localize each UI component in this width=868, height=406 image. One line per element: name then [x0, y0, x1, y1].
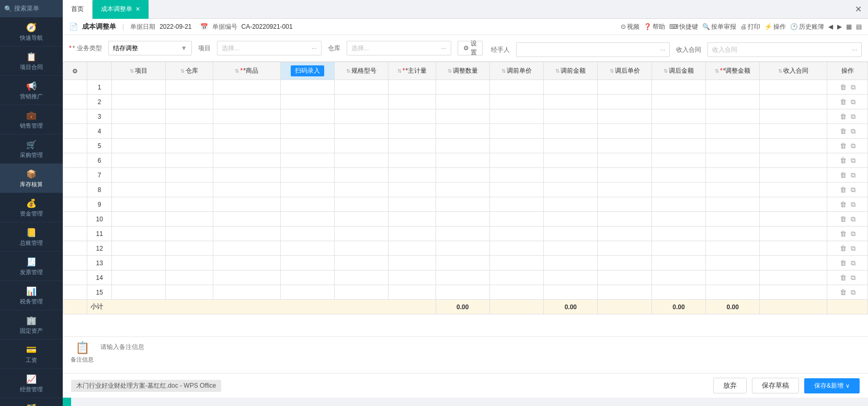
- sidebar-item-tax-mgmt[interactable]: 📊 税务管理: [0, 281, 63, 310]
- cell-9[interactable]: [598, 270, 652, 285]
- cell-8[interactable]: [544, 168, 598, 183]
- sidebar-item-ledger-mgmt[interactable]: 📒 总账管理: [0, 222, 63, 252]
- cell-1[interactable]: [166, 139, 213, 153]
- calendar-icon[interactable]: 📅: [200, 23, 208, 30]
- copy-row-button[interactable]: ⧉: [850, 83, 856, 92]
- cell-7[interactable]: [489, 124, 543, 139]
- cell-2[interactable]: [213, 109, 280, 124]
- delete-row-button[interactable]: 🗑: [839, 215, 848, 223]
- col-unit[interactable]: ⇅**主计量: [389, 62, 436, 80]
- cell-6[interactable]: [436, 168, 489, 183]
- nav-prev-btn[interactable]: ◀: [828, 23, 833, 30]
- cell-10[interactable]: [652, 153, 705, 168]
- cell-6[interactable]: [436, 95, 489, 109]
- cell-4[interactable]: [334, 241, 388, 256]
- handler-input[interactable]: ···: [516, 42, 670, 57]
- cell-9[interactable]: [598, 124, 652, 139]
- cell-6[interactable]: [436, 109, 489, 124]
- cell-11[interactable]: [706, 197, 760, 212]
- cell-9[interactable]: [598, 109, 652, 124]
- cell-12[interactable]: [760, 212, 827, 227]
- col-settings[interactable]: ⚙: [63, 62, 87, 80]
- cell-5[interactable]: [389, 139, 436, 153]
- cell-11[interactable]: [706, 285, 760, 300]
- cell-12[interactable]: [760, 183, 827, 197]
- cell-2[interactable]: [213, 241, 280, 256]
- cell-6[interactable]: [436, 241, 489, 256]
- copy-row-button[interactable]: ⧉: [850, 142, 856, 150]
- cell-8[interactable]: [544, 270, 598, 285]
- col-adj-amount[interactable]: ⇅**调整金额: [706, 62, 760, 80]
- view-btn[interactable]: ⊙ 视频: [621, 22, 639, 31]
- cell-6[interactable]: [436, 285, 489, 300]
- cell-3[interactable]: [280, 256, 334, 270]
- delete-row-button[interactable]: 🗑: [839, 274, 848, 282]
- cell-7[interactable]: [489, 153, 543, 168]
- cell-3[interactable]: [280, 168, 334, 183]
- save-new-button[interactable]: 保存&新增 ∨: [804, 378, 860, 393]
- cell-11[interactable]: [706, 153, 760, 168]
- tab-close-icon[interactable]: ✕: [135, 6, 140, 13]
- cell-3[interactable]: [280, 197, 334, 212]
- layout1-btn[interactable]: ▦: [846, 23, 852, 30]
- cell-11[interactable]: [706, 109, 760, 124]
- delete-row-button[interactable]: 🗑: [839, 200, 848, 209]
- cell-6[interactable]: [436, 256, 489, 270]
- review-btn[interactable]: 🔍 按单审报: [702, 22, 736, 31]
- cell-2[interactable]: [213, 270, 280, 285]
- cell-2[interactable]: [213, 197, 280, 212]
- copy-row-button[interactable]: ⧉: [850, 156, 856, 165]
- delete-row-button[interactable]: 🗑: [839, 171, 848, 179]
- delete-row-button[interactable]: 🗑: [839, 98, 848, 106]
- cell-0[interactable]: [111, 285, 165, 300]
- cell-8[interactable]: [544, 95, 598, 109]
- cell-9[interactable]: [598, 95, 652, 109]
- cell-11[interactable]: [706, 256, 760, 270]
- col-goods[interactable]: ⇅**商品: [213, 62, 280, 80]
- cell-6[interactable]: [436, 270, 489, 285]
- cell-7[interactable]: [489, 270, 543, 285]
- cell-5[interactable]: [389, 109, 436, 124]
- col-after-amount[interactable]: ⇅调后金额: [652, 62, 705, 80]
- cell-3[interactable]: [280, 95, 334, 109]
- cell-10[interactable]: [652, 139, 705, 153]
- cell-6[interactable]: [436, 153, 489, 168]
- sidebar-item-fixed-assets[interactable]: 🏢 固定资产: [0, 310, 63, 340]
- cell-0[interactable]: [111, 109, 165, 124]
- cell-1[interactable]: [166, 212, 213, 227]
- cell-12[interactable]: [760, 241, 827, 256]
- cell-8[interactable]: [544, 227, 598, 241]
- cell-1[interactable]: [166, 256, 213, 270]
- sidebar-item-payroll[interactable]: 💳 工资: [0, 340, 63, 369]
- cell-10[interactable]: [652, 124, 705, 139]
- cell-11[interactable]: [706, 124, 760, 139]
- cell-2[interactable]: [213, 80, 280, 95]
- cell-5[interactable]: [389, 270, 436, 285]
- col-after-unit-price[interactable]: ⇅调后单价: [598, 62, 652, 80]
- cell-11[interactable]: [706, 212, 760, 227]
- cell-12[interactable]: [760, 95, 827, 109]
- discard-button[interactable]: 放弃: [713, 378, 747, 393]
- cell-6[interactable]: [436, 183, 489, 197]
- cell-4[interactable]: [334, 285, 388, 300]
- nav-next-btn[interactable]: ▶: [837, 23, 842, 30]
- cell-5[interactable]: [389, 168, 436, 183]
- cell-0[interactable]: [111, 241, 165, 256]
- cell-12[interactable]: [760, 197, 827, 212]
- cell-10[interactable]: [652, 256, 705, 270]
- cell-7[interactable]: [489, 95, 543, 109]
- sidebar-item-ops-mgmt[interactable]: 📈 经营管理: [0, 369, 63, 398]
- cell-8[interactable]: [544, 241, 598, 256]
- sidebar-item-inventory-calc[interactable]: 📦 库存核算: [0, 164, 63, 193]
- sidebar-item-basic-info[interactable]: 🗂️ 基础信息: [0, 398, 63, 406]
- cell-4[interactable]: [334, 183, 388, 197]
- income-contract-input[interactable]: 收入合同 ···: [707, 42, 862, 57]
- cell-4[interactable]: [334, 197, 388, 212]
- cell-11[interactable]: [706, 270, 760, 285]
- cell-3[interactable]: [280, 241, 334, 256]
- col-project[interactable]: ⇅项目: [111, 62, 165, 80]
- copy-row-button[interactable]: ⧉: [850, 112, 856, 121]
- cell-1[interactable]: [166, 168, 213, 183]
- cell-3[interactable]: [280, 270, 334, 285]
- cell-5[interactable]: [389, 241, 436, 256]
